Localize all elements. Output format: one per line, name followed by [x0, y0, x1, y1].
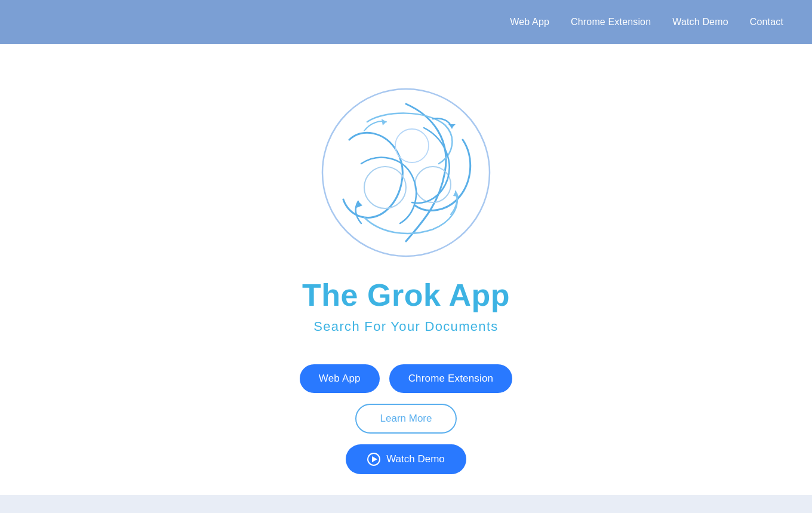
watch-demo-label: Watch Demo	[386, 453, 445, 465]
play-icon	[367, 453, 380, 466]
nav-link-web-app[interactable]: Web App	[510, 17, 549, 27]
primary-buttons-row: Web App Chrome Extension	[300, 364, 512, 393]
watch-demo-button[interactable]: Watch Demo	[346, 444, 466, 474]
logo-svg	[313, 80, 499, 265]
nav-item-chrome-extension[interactable]: Chrome Extension	[571, 17, 651, 27]
chrome-extension-button[interactable]: Chrome Extension	[389, 364, 513, 393]
nav-links: Web App Chrome Extension Watch Demo Cont…	[510, 17, 783, 27]
app-logo	[313, 80, 499, 265]
app-subtitle: Search For Your Documents	[313, 319, 498, 334]
footer-bar	[0, 495, 812, 513]
nav-link-chrome-extension[interactable]: Chrome Extension	[571, 17, 651, 27]
learn-more-button[interactable]: Learn More	[355, 404, 457, 434]
web-app-button[interactable]: Web App	[300, 364, 380, 393]
play-triangle	[372, 456, 377, 462]
svg-point-0	[322, 89, 490, 256]
nav-link-watch-demo[interactable]: Watch Demo	[672, 17, 728, 27]
app-title: The Grok App	[302, 277, 510, 313]
nav-link-contact[interactable]: Contact	[750, 17, 783, 27]
navbar: Web App Chrome Extension Watch Demo Cont…	[0, 0, 812, 44]
svg-marker-6	[382, 119, 386, 125]
svg-point-3	[395, 129, 429, 162]
main-content: The Grok App Search For Your Documents W…	[0, 44, 812, 510]
nav-item-web-app[interactable]: Web App	[510, 17, 549, 27]
nav-item-watch-demo[interactable]: Watch Demo	[672, 17, 728, 27]
nav-item-contact[interactable]: Contact	[750, 17, 783, 27]
svg-marker-4	[448, 124, 456, 128]
